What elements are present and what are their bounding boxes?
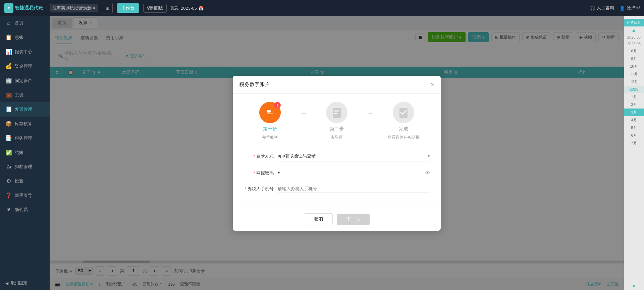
switch-version-button[interactable]: 切到旧版 bbox=[143, 4, 167, 13]
chevron-down-icon: ▾ bbox=[93, 6, 95, 11]
sidebar-item-ledger[interactable]: 📋 总账 bbox=[0, 30, 50, 45]
period-info: 账期 2023-05 📅 bbox=[171, 5, 204, 11]
archive-icon: 🗂 bbox=[5, 164, 12, 170]
password-label: * 网报密码 bbox=[244, 170, 274, 176]
chevron-down-icon: ▾ bbox=[428, 153, 430, 158]
step-1-badge: ! bbox=[274, 102, 281, 108]
phone-row: * 办税人手机号 bbox=[244, 185, 430, 193]
month-3-current[interactable]: 3月 bbox=[624, 108, 644, 116]
cancel-button[interactable]: 取消 bbox=[304, 213, 333, 225]
user-menu[interactable]: 👤 徐泽华 bbox=[620, 5, 640, 11]
month-9[interactable]: 9月 bbox=[624, 55, 644, 63]
phone-label: * 办税人手机号 bbox=[244, 186, 274, 192]
company-selector[interactable]: 沈海英测试经营勿删 ▾ bbox=[50, 4, 98, 12]
svg-rect-1 bbox=[267, 110, 271, 113]
step-3-icon-wrap bbox=[393, 102, 414, 123]
month-8[interactable]: 8月 bbox=[624, 47, 644, 55]
step-1-icon-wrap: ! bbox=[259, 102, 281, 123]
assets-icon: 🏢 bbox=[5, 77, 12, 84]
month-12[interactable]: 12月 bbox=[624, 78, 644, 86]
invoice-icon: 🧾 bbox=[5, 106, 12, 113]
month-1[interactable]: 1月 bbox=[624, 93, 644, 101]
svg-rect-5 bbox=[334, 112, 339, 112]
month-11[interactable]: 11月 bbox=[624, 70, 644, 78]
password-row: * 网报密码 👁 bbox=[244, 168, 430, 178]
guide-icon: ❓ bbox=[5, 192, 12, 199]
sidebar-item-assets[interactable]: 🏢 固定资产 bbox=[0, 73, 50, 88]
month-10[interactable]: 10月 bbox=[624, 63, 644, 70]
closing-icon: ✅ bbox=[5, 149, 12, 156]
step-1: ! 第一步 完善账密 bbox=[244, 102, 297, 140]
sidebar-item-guide[interactable]: ❓ 新手引导 bbox=[0, 188, 50, 203]
step-3-desc: 查看具体任务结果 bbox=[387, 135, 420, 140]
top-bar: ✦ 畅捷通易代账 沈海英测试经营勿删 ▾ ⊞ 工作台 切到旧版 账期 2023-… bbox=[0, 0, 644, 16]
step-arrow-1: → bbox=[297, 108, 310, 118]
salary-icon: 💼 bbox=[5, 92, 12, 98]
month-2023-03-header[interactable]: 2023.03 bbox=[624, 34, 644, 41]
sidebar-item-salary[interactable]: 💼 工资 bbox=[0, 88, 50, 102]
reports-icon: 📊 bbox=[5, 49, 12, 55]
top-right: 🎧 人工咨询 👤 徐泽华 bbox=[590, 5, 640, 11]
workspace-button[interactable]: 工作台 bbox=[117, 3, 139, 13]
steps: ! 第一步 完善账密 → bbox=[244, 102, 430, 140]
open-date-header[interactable]: 开票日期 bbox=[624, 19, 644, 26]
month-2023-03-header2[interactable]: 2023.03 bbox=[624, 41, 644, 47]
next-step-button[interactable]: 下一步 bbox=[337, 214, 370, 225]
modal-title: 税务数字账户 bbox=[239, 81, 270, 88]
modal-overlay: 税务数字账户 × bbox=[50, 16, 624, 290]
right-panel: 开票日期 ▲ 2023.03 2023.03 8月 9月 10月 11月 12月… bbox=[624, 16, 644, 290]
step-arrow-2: → bbox=[363, 108, 377, 118]
month-5[interactable]: 5月 bbox=[624, 124, 644, 132]
modal-close-button[interactable]: × bbox=[430, 81, 434, 88]
ledger-icon: 📋 bbox=[5, 34, 12, 41]
sidebar-item-home[interactable]: ⌂ 首页 bbox=[0, 16, 50, 30]
step-3: 完成 查看具体任务结果 bbox=[377, 102, 430, 140]
login-method-select[interactable]: app获取验证码登录 ▾ bbox=[278, 151, 430, 161]
company-action-icon[interactable]: ⊞ bbox=[102, 3, 113, 13]
sidebar-item-archive[interactable]: 🗂 归档管理 bbox=[0, 160, 50, 174]
login-method-label: * 登录方式 bbox=[244, 153, 274, 159]
svg-rect-3 bbox=[333, 108, 341, 118]
month-6[interactable]: 6月 bbox=[624, 132, 644, 139]
month-7[interactable]: 7月 bbox=[624, 139, 644, 147]
sidebar-item-reports[interactable]: 📊 报表中心 bbox=[0, 45, 50, 59]
svg-rect-6 bbox=[334, 113, 337, 114]
sidebar-item-settings[interactable]: ⚙ 设置 bbox=[0, 174, 50, 188]
tax-icon: 📑 bbox=[5, 135, 12, 141]
headset-icon: 🎧 bbox=[590, 6, 595, 11]
sidebar-item-tax[interactable]: 📑 税务管理 bbox=[0, 131, 50, 145]
funds-icon: 💰 bbox=[5, 63, 12, 69]
month-4[interactable]: 4月 bbox=[624, 116, 644, 124]
step-2-desc: 去取票 bbox=[331, 135, 343, 140]
sidebar: ⌂ 首页 📋 总账 📊 报表中心 💰 资金管理 🏢 固定资产 💼 工资 bbox=[0, 16, 50, 290]
calendar-icon[interactable]: 📅 bbox=[198, 6, 204, 11]
sidebar-item-invoice[interactable]: 🧾 发票管理 bbox=[0, 102, 50, 117]
step-1-desc: 完善账密 bbox=[262, 135, 278, 140]
phone-input[interactable] bbox=[278, 186, 430, 191]
sidebar-item-inventory[interactable]: 📦 库存核算 bbox=[0, 117, 50, 131]
step-3-label: 完成 bbox=[399, 126, 408, 132]
cancel-fixed-button[interactable]: ◀ 取消固定 bbox=[0, 276, 50, 290]
settings-icon: ⚙ bbox=[5, 178, 12, 184]
eye-icon[interactable]: 👁 bbox=[425, 170, 430, 175]
tax-account-modal: 税务数字账户 × bbox=[233, 76, 441, 231]
inventory-icon: 📦 bbox=[5, 121, 12, 127]
service-button[interactable]: 🎧 人工咨询 bbox=[590, 5, 614, 11]
content-area: 首页 发票 × 销项发票 进项发票 费用小票 ▦ bbox=[50, 16, 624, 290]
month-2[interactable]: 2月 bbox=[624, 101, 644, 108]
app-logo: ✦ 畅捷通易代账 bbox=[4, 3, 43, 13]
sidebar-item-closing[interactable]: ✅ 结账 bbox=[0, 145, 50, 160]
arrow-left-icon: ◀ bbox=[5, 281, 8, 286]
step-3-icon bbox=[393, 102, 414, 123]
login-method-row: * 登录方式 app获取验证码登录 ▾ bbox=[244, 151, 430, 161]
member-icon: ♥ bbox=[5, 207, 12, 213]
sidebar-item-member[interactable]: ♥ 畅会员 bbox=[0, 203, 50, 217]
step-2: 第二步 去取票 bbox=[310, 102, 364, 140]
password-input[interactable] bbox=[278, 169, 425, 176]
panel-nav-up[interactable]: ▲ bbox=[631, 26, 637, 34]
modal-header: 税务数字账户 × bbox=[233, 76, 441, 94]
logo-icon: ✦ bbox=[4, 3, 13, 13]
sidebar-item-funds[interactable]: 💰 资金管理 bbox=[0, 59, 50, 73]
panel-nav-down[interactable]: ▼ bbox=[631, 283, 637, 290]
year-2023: 2023 bbox=[624, 86, 644, 93]
